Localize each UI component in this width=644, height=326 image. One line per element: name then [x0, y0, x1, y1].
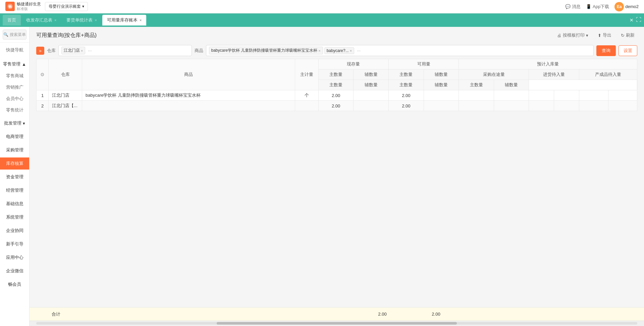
- sidebar-newguide-header[interactable]: 新手引导: [0, 238, 29, 250]
- product-dots[interactable]: ···: [356, 48, 362, 53]
- tab-keyong-close[interactable]: ×: [140, 18, 142, 22]
- stock-main-header: 主数量: [318, 69, 354, 80]
- sidebar-system-header[interactable]: 系统管理: [0, 211, 29, 223]
- sidebar-ops-header[interactable]: 经营管理: [0, 184, 29, 196]
- sidebar-item-member[interactable]: 会员中心: [0, 93, 29, 104]
- settings-gear-icon[interactable]: ⚙: [40, 72, 45, 77]
- product-tag-0-close[interactable]: ×: [318, 49, 320, 53]
- product-tag-1-text: babycare?...: [327, 48, 349, 53]
- app-download-label: App下载: [593, 4, 609, 10]
- purchase-aux-header: 辅数量: [354, 80, 389, 90]
- logo-area: 畅 畅捷通好生意 标准版: [5, 2, 41, 11]
- home-label: 首页: [7, 17, 16, 23]
- sidebar-item-retail-mall[interactable]: 零售商城: [0, 70, 29, 82]
- user-area[interactable]: Ea demo2: [614, 2, 639, 11]
- summary-bar: 合计 2.00 2.00: [30, 307, 644, 321]
- scroll-thumb[interactable]: [217, 322, 457, 325]
- product-tag-1-close[interactable]: ×: [350, 49, 352, 53]
- sidebar-basic-header[interactable]: 基础信息: [0, 198, 29, 210]
- summary-row: 合计 2.00 2.00: [36, 311, 637, 317]
- sidebar-inventory-header[interactable]: 库存核算: [0, 157, 29, 170]
- settings-button[interactable]: 设置: [619, 45, 637, 56]
- sidebar-section-inventory: 库存核算: [0, 157, 29, 170]
- tab-shoufacun-close[interactable]: ×: [54, 18, 56, 22]
- search-menu-btn[interactable]: 🔍 搜索菜单: [3, 30, 26, 40]
- export-btn[interactable]: ⬆ 导出: [595, 31, 614, 40]
- product-input-area[interactable]: babycare学饮杯 儿童防摔防撞吸管杯重力球吸嘴杯宝宝水杯 × babyca…: [206, 45, 594, 56]
- col-warehouse-header: 仓库: [49, 59, 82, 90]
- filter-expand-btn[interactable]: »: [36, 47, 44, 55]
- sidebar-enterprise-label: 企业协同: [6, 228, 23, 234]
- sidebar-system-label: 系统管理: [6, 214, 23, 220]
- tab-home[interactable]: 首页: [3, 15, 21, 26]
- sidebar-enterprise-header[interactable]: 企业协同: [0, 225, 29, 237]
- sidebar-appcenter-header[interactable]: 应用中心: [0, 251, 29, 264]
- warehouse-dots[interactable]: ···: [87, 48, 93, 53]
- tab-shoufacun-label: 收发存汇总表: [26, 17, 52, 23]
- row2-stock-aux: [354, 101, 389, 111]
- summary-available-main: 2.00: [423, 311, 449, 317]
- sidebar-section-system: 系统管理: [0, 211, 29, 224]
- data-table: ⚙ 仓库 商品 主计量 现存量 可用量 预计入库量 主数量 辅数量 主数量 辅数…: [36, 59, 637, 111]
- warehouse-input-area[interactable]: 江北门店 × ···: [58, 45, 192, 56]
- sidebar-section-vip: 畅会员: [0, 278, 29, 291]
- sidebar-retail-label: 零售管理: [3, 61, 20, 67]
- print-btn[interactable]: 🖨 按模板打印 ▾: [554, 31, 591, 40]
- warehouse-tag-close[interactable]: ×: [81, 49, 83, 53]
- row2-available-main: 2.00: [389, 101, 424, 111]
- sidebar-appcenter-label: 应用中心: [6, 254, 23, 261]
- summary-table: 合计 2.00 2.00: [36, 311, 637, 317]
- incoming2-main-header: 主数量: [389, 80, 424, 90]
- product-main-header: 主数量: [459, 80, 494, 90]
- row2-product: [82, 101, 295, 111]
- row-incoming-main: [529, 90, 554, 101]
- sidebar-section-newguide: 新手引导: [0, 237, 29, 251]
- row-stock-main: 2.00: [318, 90, 354, 101]
- phone-icon: 📱: [586, 4, 591, 9]
- sidebar-ecom-header[interactable]: 电商管理: [0, 131, 29, 143]
- row-available-aux: [424, 90, 459, 101]
- product-aux-header: 辅数量: [494, 80, 529, 90]
- close-all-icon[interactable]: ×: [630, 17, 633, 24]
- scroll-bar-area: [30, 321, 644, 326]
- product-pending-header: 产成品待入量: [579, 69, 637, 80]
- sidebar-enterprise-wechat-header[interactable]: 企业微信: [0, 265, 29, 277]
- sidebar-retail-header[interactable]: 零售管理 ▲: [0, 58, 29, 70]
- available-main-header: 主数量: [389, 69, 424, 80]
- row2-incoming-aux: [554, 101, 579, 111]
- summary-purchase-main: [476, 311, 503, 317]
- sidebar-item-marketing[interactable]: 营销推广: [0, 82, 29, 93]
- topbar-right: 💬 消息 📱 App下载 Ea demo2: [565, 2, 639, 11]
- product-tag-0-text: babycare学饮杯 儿童防摔防撞吸管杯重力球吸嘴杯宝宝水杯: [211, 48, 318, 53]
- tab-yaohuo-close[interactable]: ×: [95, 18, 97, 22]
- message-icon: 💬: [565, 4, 571, 9]
- summary-incoming-main: [530, 311, 557, 317]
- fullscreen-icon[interactable]: ⛶: [636, 17, 641, 24]
- tab-yaohuo[interactable]: 要货单统计表 ×: [62, 15, 101, 26]
- message-btn[interactable]: 💬 消息: [565, 4, 581, 10]
- row2-warehouse: 江北门店【...: [49, 101, 82, 111]
- sidebar-purchase-header[interactable]: 采购管理: [0, 144, 29, 156]
- sidebar-batch-header[interactable]: 批发管理 ▾: [0, 117, 29, 129]
- summary-empty-3: [345, 311, 369, 317]
- query-button[interactable]: 查询: [596, 45, 616, 56]
- page-actions: 🖨 按模板打印 ▾ ⬆ 导出 ↻ 刷新: [554, 31, 637, 40]
- row-unit: 个: [295, 90, 318, 101]
- sidebar-finance-header[interactable]: 资金管理: [0, 171, 29, 183]
- refresh-btn[interactable]: ↻ 刷新: [618, 31, 637, 40]
- app-download-btn[interactable]: 📱 App下载: [586, 4, 609, 10]
- tab-shoufacun[interactable]: 收发存汇总表 ×: [21, 15, 61, 26]
- logo-sub: 标准版: [17, 6, 41, 11]
- row-available-main: 2.00: [389, 90, 424, 101]
- svg-text:畅: 畅: [8, 5, 12, 8]
- row-purchase-aux: [494, 90, 529, 101]
- sidebar-vip-header[interactable]: 畅会员: [0, 278, 29, 290]
- sidebar-item-quick-nav[interactable]: 快捷导航: [0, 44, 29, 56]
- product-tag-1: babycare?... ×: [324, 47, 354, 54]
- logo-text-area: 畅捷通好生意 标准版: [17, 2, 41, 11]
- tab-keyong[interactable]: 可用量库存账本 ×: [102, 15, 146, 26]
- sidebar-section-batch: 批发管理 ▾: [0, 117, 29, 130]
- industry-selector[interactable]: 母婴行业演示账套 ▾: [45, 2, 88, 11]
- row-stock-aux: [354, 90, 389, 101]
- sidebar-item-retail-stats[interactable]: 零售统计: [0, 104, 29, 116]
